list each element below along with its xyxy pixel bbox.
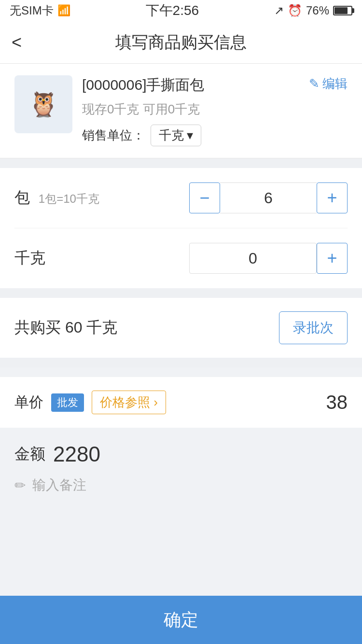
package-qty-input[interactable]: [220, 182, 317, 213]
product-card: 🦉 [0000006]手撕面包 现存0千克 可用0千克 销售单位： 千克 ▾ ✎…: [0, 64, 362, 158]
price-label: 单价: [14, 392, 43, 412]
product-image: 🦉: [14, 75, 72, 133]
kg-label: 千克: [14, 248, 45, 269]
battery-label: 76%: [306, 4, 329, 17]
product-name: [0000006]手撕面包: [82, 75, 299, 95]
remark-placeholder: 输入备注: [32, 476, 86, 494]
alarm-icon: ⏰: [288, 4, 302, 17]
kg-qty-controls: +: [189, 243, 348, 274]
amount-section: 金额 2280 ✏ 输入备注: [0, 428, 362, 504]
product-info: [0000006]手撕面包 现存0千克 可用0千克 销售单位： 千克 ▾: [82, 75, 299, 146]
nav-bar: < 填写商品购买信息: [0, 21, 362, 64]
product-logo-icon: 🦉: [28, 90, 58, 118]
remark-row[interactable]: ✏ 输入备注: [14, 476, 348, 494]
unit-select[interactable]: 千克 ▾: [151, 125, 201, 146]
summary-section: 共购买 60 千克 录批次: [0, 298, 362, 358]
battery-icon: [333, 6, 352, 15]
price-row: 单价 批发 价格参照 › 38: [14, 391, 348, 414]
page-title: 填写商品购买信息: [115, 31, 247, 54]
section-divider-2: [0, 288, 362, 298]
summary-row: 共购买 60 千克 录批次: [14, 298, 348, 358]
kg-plus-button[interactable]: +: [317, 243, 348, 274]
package-hint: 1包=10千克: [39, 192, 99, 205]
quantity-section: 包 1包=10千克 − + 千克 +: [0, 168, 362, 288]
status-time: 下午2:56: [146, 1, 199, 20]
unit-label: 销售单位：: [82, 127, 145, 144]
amount-row: 金额 2280: [14, 442, 348, 466]
chevron-down-icon: ▾: [187, 128, 193, 143]
location-icon: ↗: [274, 4, 284, 17]
price-ref-label: 价格参照 ›: [100, 394, 158, 411]
amount-label: 金额: [14, 444, 45, 465]
carrier-label: 无SIM卡: [10, 3, 54, 18]
price-value: 38: [326, 392, 348, 413]
kg-quantity-row: 千克 +: [14, 228, 348, 288]
remark-pencil-icon: ✏: [14, 477, 26, 493]
status-left: 无SIM卡 📶: [10, 3, 70, 18]
status-bar: 无SIM卡 📶 下午2:56 ↗ ⏰ 76%: [0, 0, 362, 21]
section-divider-3: [0, 358, 362, 367]
amount-value: 2280: [53, 442, 100, 466]
section-divider-1: [0, 158, 362, 168]
edit-button[interactable]: ✎ 编辑: [309, 75, 348, 92]
product-stock: 现存0千克 可用0千克: [82, 101, 299, 118]
package-minus-button[interactable]: −: [189, 182, 220, 213]
price-reference-button[interactable]: 价格参照 ›: [92, 391, 166, 414]
package-plus-button[interactable]: +: [317, 182, 348, 213]
batch-button[interactable]: 录批次: [279, 311, 348, 344]
wifi-icon: 📶: [57, 4, 70, 17]
package-quantity-row: 包 1包=10千克 − +: [14, 168, 348, 228]
package-label-area: 包 1包=10千克: [14, 187, 99, 209]
price-type-badge: 批发: [51, 393, 84, 412]
edit-pencil-icon: ✎: [309, 76, 320, 91]
package-qty-controls: − +: [189, 182, 348, 213]
product-unit-row: 销售单位： 千克 ▾: [82, 125, 299, 146]
price-left: 单价 批发 价格参照 ›: [14, 391, 166, 414]
back-button[interactable]: <: [12, 32, 22, 53]
confirm-button[interactable]: 确定: [0, 596, 362, 644]
price-section: 单价 批发 价格参照 › 38: [0, 377, 362, 428]
summary-total-text: 共购买 60 千克: [14, 317, 117, 338]
package-label: 包: [14, 189, 30, 206]
status-right: ↗ ⏰ 76%: [274, 4, 352, 17]
kg-qty-input[interactable]: [189, 243, 317, 274]
